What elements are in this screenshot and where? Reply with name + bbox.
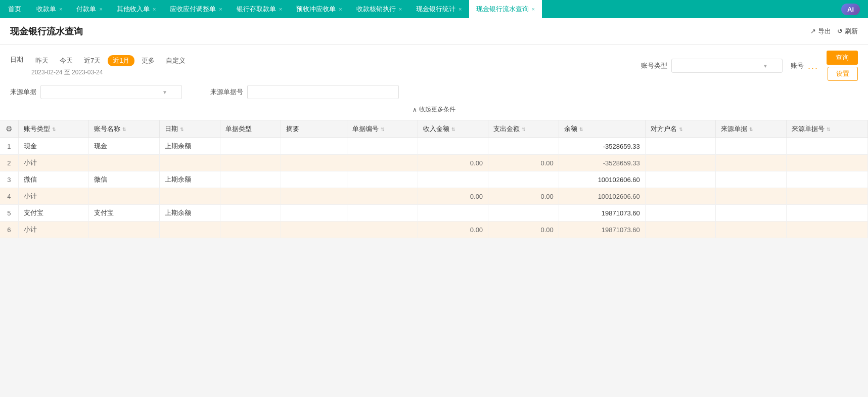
sort-expense[interactable]: ⇅ (522, 127, 526, 132)
date-opt-today[interactable]: 今天 (56, 55, 77, 66)
source-doc-label: 来源单据 (10, 87, 36, 97)
column-settings-icon[interactable]: ⚙ (6, 124, 12, 133)
col-doc-type: 单据类型 (220, 120, 281, 138)
nav-tab-tongji[interactable]: 现金银行统计 × (409, 0, 469, 18)
refresh-button[interactable]: ↺ 刷新 (837, 27, 858, 36)
close-yinhang-tab[interactable]: × (279, 0, 282, 18)
filter-date-section: 日期 昨天 今天 近7天 近1月 更多 自定义 2023-02-24 至 202… (10, 55, 603, 77)
nav-tab-liushui[interactable]: 现金银行流水查询 × (469, 0, 542, 18)
source-doc-no-label: 来源单据号 (210, 87, 243, 97)
sort-account-name[interactable]: ⇅ (122, 127, 126, 132)
table-header-row: ⚙ 账号类型⇅ 账号名称⇅ 日期⇅ 单据类型 摘要 单据编号⇅ 收入金额⇅ (0, 120, 868, 138)
date-opt-1month[interactable]: 近1月 (108, 55, 134, 66)
source-doc-no-input[interactable] (247, 85, 399, 99)
table-row[interactable]: 3微信微信上期余额100102606.60 (0, 171, 868, 188)
date-opt-more[interactable]: 更多 (138, 55, 159, 66)
filter-row-1: 日期 昨天 今天 近7天 近1月 更多 自定义 2023-02-24 至 202… (10, 51, 858, 81)
source-doc-arrow-icon: ▼ (162, 90, 167, 95)
col-source-doc-no: 来源单据号⇅ (787, 120, 868, 138)
header-bar: 现金银行流水查询 ↗ 导出 ↺ 刷新 (0, 18, 868, 45)
account-section: 账号 ... (791, 61, 818, 71)
close-hexiao-tab[interactable]: × (399, 0, 402, 18)
close-shoukuan-tab[interactable]: × (59, 0, 62, 18)
nav-tab-tiaozheng[interactable]: 应收应付调整单 × (163, 0, 229, 18)
col-date: 日期⇅ (159, 120, 220, 138)
nav-home[interactable]: 首页 (0, 0, 29, 18)
col-income: 收入金额⇅ (418, 120, 488, 138)
query-button[interactable]: 查询 (827, 51, 858, 65)
nav-tab-fukuan[interactable]: 付款单 × (69, 0, 109, 18)
settings-button[interactable]: 设置 (828, 67, 858, 81)
nav-tab-yushou[interactable]: 预收冲应收单 × (289, 0, 349, 18)
nav-tab-qitashouru[interactable]: 其他收入单 × (110, 0, 163, 18)
sort-source-doc[interactable]: ⇅ (749, 127, 753, 132)
account-type-section: 账号类型 ▼ (641, 59, 783, 73)
date-block: 昨天 今天 近7天 近1月 更多 自定义 2023-02-24 至 2023-0… (31, 55, 190, 77)
sort-income[interactable]: ⇅ (451, 127, 455, 132)
sort-counterpart[interactable]: ⇅ (679, 127, 683, 132)
close-qitashouru-tab[interactable]: × (153, 0, 156, 18)
filter-row-2: 来源单据 ▼ 来源单据号 (10, 85, 858, 99)
source-doc-select[interactable]: ▼ (40, 85, 182, 99)
table-container: ⚙ 账号类型⇅ 账号名称⇅ 日期⇅ 单据类型 摘要 单据编号⇅ 收入金额⇅ (0, 120, 868, 238)
sort-date[interactable]: ⇅ (180, 127, 184, 132)
account-type-arrow-icon: ▼ (763, 63, 768, 69)
nav-tab-shoukuan[interactable]: 收款单 × (29, 0, 69, 18)
export-button[interactable]: ↗ 导出 (810, 27, 831, 36)
nav-tab-yinhang[interactable]: 银行存取款单 × (230, 0, 289, 18)
collapse-bar[interactable]: ∧ 收起更多条件 (10, 103, 858, 116)
collapse-icon: ∧ (413, 106, 417, 113)
refresh-icon: ↺ (837, 27, 843, 35)
source-doc-section: 来源单据 ▼ (10, 85, 182, 99)
date-opt-yesterday[interactable]: 昨天 (31, 55, 53, 66)
close-tiaozheng-tab[interactable]: × (219, 0, 222, 18)
sort-account-type[interactable]: ⇅ (52, 127, 56, 132)
col-counterpart: 对方户名⇅ (645, 120, 716, 138)
account-type-select[interactable]: ▼ (671, 59, 783, 73)
date-options: 昨天 今天 近7天 近1月 更多 自定义 (31, 55, 190, 66)
account-label: 账号 (791, 61, 804, 70)
sort-doc-no[interactable]: ⇅ (381, 127, 385, 132)
table-row[interactable]: 6小计0.000.0019871073.60 (0, 222, 868, 238)
col-gear[interactable]: ⚙ (0, 120, 18, 138)
col-expense: 支出金额⇅ (488, 120, 559, 138)
filter-area: 日期 昨天 今天 近7天 近1月 更多 自定义 2023-02-24 至 202… (0, 45, 868, 120)
date-label: 日期 (10, 55, 23, 64)
export-icon: ↗ (810, 27, 816, 35)
data-table: ⚙ 账号类型⇅ 账号名称⇅ 日期⇅ 单据类型 摘要 单据编号⇅ 收入金额⇅ (0, 120, 868, 238)
filter-right-actions: 查询 设置 (827, 51, 858, 81)
col-source-doc: 来源单据⇅ (716, 120, 787, 138)
col-summary: 摘要 (281, 120, 347, 138)
col-account-name: 账号名称⇅ (89, 120, 160, 138)
header-actions: ↗ 导出 ↺ 刷新 (810, 27, 858, 36)
table-row[interactable]: 2小计0.000.00-3528659.33 (0, 155, 868, 171)
account-type-label: 账号类型 (641, 61, 667, 70)
close-fukuan-tab[interactable]: × (99, 0, 102, 18)
ai-button[interactable]: Ai (841, 4, 860, 15)
col-balance: 余额⇅ (559, 120, 645, 138)
source-doc-no-section: 来源单据号 (210, 85, 399, 99)
nav-tab-hexiao[interactable]: 收款核销执行 × (349, 0, 409, 18)
col-account-type: 账号类型⇅ (18, 120, 89, 138)
date-opt-custom[interactable]: 自定义 (162, 55, 190, 66)
page-title: 现金银行流水查询 (10, 25, 83, 37)
close-yushou-tab[interactable]: × (339, 0, 342, 18)
close-tongji-tab[interactable]: × (459, 0, 462, 18)
date-opt-7days[interactable]: 近7天 (80, 55, 105, 66)
top-navigation: 首页 收款单 × 付款单 × 其他收入单 × 应收应付调整单 × 银行存取款单 … (0, 0, 868, 18)
table-row[interactable]: 1现金现金上期余额-3528659.33 (0, 138, 868, 155)
col-doc-no: 单据编号⇅ (347, 120, 418, 138)
date-range-display: 2023-02-24 至 2023-03-24 (31, 68, 190, 77)
account-dots-button[interactable]: ... (808, 61, 818, 71)
close-liushui-tab[interactable]: × (532, 0, 535, 18)
sort-source-doc-no[interactable]: ⇅ (827, 127, 831, 132)
table-row[interactable]: 5支付宝支付宝上期余额19871073.60 (0, 205, 868, 222)
table-row[interactable]: 4小计0.000.00100102606.60 (0, 188, 868, 205)
sort-balance[interactable]: ⇅ (579, 127, 583, 132)
